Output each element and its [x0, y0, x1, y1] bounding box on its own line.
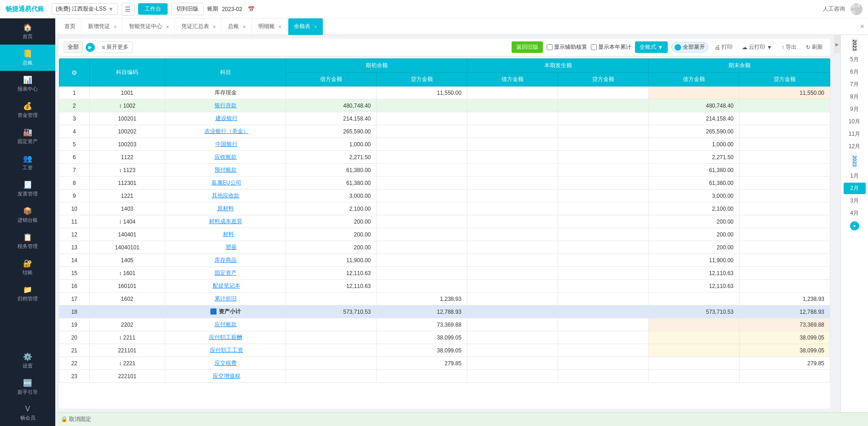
switch-old-button[interactable]: 切到旧版 [171, 3, 204, 15]
sidebar-item-payroll[interactable]: 👥 工资 [0, 150, 55, 176]
right-sidebar-toggle[interactable]: ▶ [834, 35, 840, 53]
cell-name[interactable]: 应付职工工资 [165, 344, 286, 357]
account-name-link[interactable]: 农业银行（美金） [204, 128, 249, 134]
cell-name[interactable]: 农业银行（美金） [165, 125, 286, 138]
company-selector[interactable]: (免费) 江西股金-LSS ▼ [52, 3, 118, 15]
sidebar-item-guide[interactable]: 🆕 新手引导 [0, 374, 55, 400]
show-ytd-checkbox[interactable]: 显示本年累计 [591, 43, 631, 51]
tab-voucher-summary-close[interactable]: × [213, 24, 216, 29]
cell-name[interactable]: 应交增值税 [165, 370, 286, 383]
print-button[interactable]: 🖨 打印 [712, 42, 735, 52]
cell-name[interactable]: 应付账款 [165, 318, 286, 331]
cell-name[interactable]: 库存现金 [165, 86, 286, 99]
account-name-link[interactable]: 应交税费 [215, 360, 237, 366]
month-12[interactable]: 12月 [844, 141, 866, 152]
company-settings-icon[interactable]: ☰ [122, 3, 134, 16]
expand-all-toggle[interactable]: 全部展开 [671, 42, 708, 52]
period-calendar-icon[interactable]: 📅 [248, 6, 255, 12]
bottom-bar[interactable]: 🔒 取消固定 [55, 412, 868, 426]
tab-new-voucher-close[interactable]: × [114, 24, 117, 29]
account-name-link[interactable]: 塑基 [226, 244, 237, 250]
tab-detail-ledger[interactable]: 明细账 × [253, 18, 287, 35]
sidebar-item-report[interactable]: 📊 报表中心 [0, 71, 55, 97]
cloud-print-button[interactable]: ☁ 云打印 ▼ [739, 42, 775, 52]
year-label-2023-curr[interactable]: 2023 [851, 154, 858, 168]
calendar-dot-indicator[interactable]: ● [850, 221, 859, 230]
cell-name[interactable]: 累计折旧 [165, 293, 286, 305]
cell-name[interactable]: 塑基 [165, 241, 286, 254]
account-name-link[interactable]: 材料成本差异 [209, 218, 242, 225]
auxiliary-check[interactable] [547, 44, 553, 50]
cell-name[interactable]: 预付账款 [165, 164, 286, 177]
cell-name[interactable]: 材料成本差异 [165, 215, 286, 228]
sidebar-item-settings[interactable]: ⚙️ 设置 [0, 348, 55, 374]
ytd-check[interactable] [591, 44, 597, 50]
table-settings-icon[interactable]: ⚙ [71, 69, 77, 76]
account-name-link[interactable]: 应收账款 [215, 154, 237, 160]
year-label-2023-prev[interactable]: 2023 [851, 38, 858, 52]
account-name-link[interactable]: 中国银行 [216, 141, 238, 147]
account-name-link[interactable]: 嘉属EU公司 [211, 179, 241, 186]
expand-more-button[interactable]: ≡ 展开更多 [98, 41, 133, 53]
sidebar-item-home[interactable]: 🏠 首页 [0, 18, 55, 45]
account-name-link[interactable]: 配提笔记本 [213, 282, 240, 289]
cell-name[interactable]: 应付职工薪酬 [165, 331, 286, 344]
tab-general-ledger-close[interactable]: × [243, 24, 245, 29]
account-name-link[interactable]: 累计折旧 [215, 295, 237, 302]
tab-balance-table[interactable]: 余额表 × [288, 18, 323, 35]
cell-name[interactable]: 应收账款 [165, 151, 286, 164]
sidebar-item-fixed-asset[interactable]: 🏭 固定资产 [0, 123, 55, 150]
cell-name[interactable]: 中国银行 [165, 138, 286, 151]
account-name-link[interactable]: 应交增值税 [213, 373, 240, 379]
cell-name[interactable]: 建设银行 [165, 112, 286, 125]
cell-name[interactable]: 材料 [165, 228, 286, 241]
sidebar-item-purchase[interactable]: 📦 进销台账 [0, 202, 55, 228]
month-1[interactable]: 1月 [844, 170, 866, 182]
account-name-link[interactable]: 材料 [223, 231, 234, 237]
filter-arrow-button[interactable]: ▶ [86, 43, 95, 52]
account-name-link[interactable]: 固定资产 [215, 270, 237, 276]
consult-label[interactable]: 人工咨询 [823, 5, 845, 13]
close-all-tabs-icon[interactable]: × [860, 23, 864, 31]
cell-name[interactable]: 固定资产 [165, 267, 286, 280]
workbench-button[interactable]: 工作台 [138, 3, 168, 15]
account-name-link[interactable]: 建设银行 [216, 115, 238, 121]
cell-name[interactable]: 应交税费 [165, 357, 286, 370]
account-name-link[interactable]: 其他应收款 [212, 192, 239, 199]
tab-voucher-summary[interactable]: 凭证汇总表 × [176, 18, 221, 35]
filter-all-button[interactable]: 全部 [64, 41, 83, 53]
sidebar-item-archive[interactable]: 📁 归档管理 [0, 281, 55, 307]
cell-name[interactable]: 银行存款 [165, 99, 286, 112]
month-2-active[interactable]: 2月 [844, 183, 866, 194]
month-7[interactable]: 7月 [844, 79, 866, 90]
full-style-button[interactable]: 全账式 ▼ [635, 41, 668, 53]
tab-new-voucher[interactable]: 新增凭证 × [82, 18, 122, 35]
month-5[interactable]: 5月 [844, 54, 866, 65]
cell-name[interactable]: 🟦 资产小计 [165, 305, 286, 318]
month-9[interactable]: 9月 [844, 104, 866, 115]
sidebar-item-closing[interactable]: 🔐 结账 [0, 254, 55, 281]
tab-smart-voucher[interactable]: 智能凭证中心 × [123, 18, 175, 35]
account-name-link[interactable]: 应付职工薪酬 [209, 334, 242, 340]
month-10[interactable]: 10月 [844, 116, 866, 127]
sidebar-item-invoice[interactable]: 🧾 发票管理 [0, 176, 55, 202]
tab-smart-voucher-close[interactable]: × [166, 24, 169, 29]
cell-name[interactable]: 配提笔记本 [165, 280, 286, 293]
month-11[interactable]: 11月 [844, 128, 866, 140]
month-6[interactable]: 6月 [844, 66, 866, 78]
sidebar-item-general[interactable]: 📒 总账 [0, 45, 55, 71]
tab-general-ledger[interactable]: 总账 × [222, 18, 251, 35]
sidebar-item-member[interactable]: V 畅会员 [0, 400, 55, 426]
account-name-link[interactable]: 原材料 [217, 205, 234, 212]
sidebar-item-capital[interactable]: 💰 资金管理 [0, 97, 55, 123]
account-name-link[interactable]: 库存商品 [215, 257, 237, 263]
cell-name[interactable]: 嘉属EU公司 [165, 177, 286, 190]
cell-name[interactable]: 其他应收款 [165, 190, 286, 202]
month-3[interactable]: 3月 [844, 195, 866, 207]
account-name-link[interactable]: 应付职工工资 [210, 347, 243, 353]
cell-name[interactable]: 库存商品 [165, 254, 286, 267]
tab-home[interactable]: 首页 [59, 18, 82, 35]
refresh-button[interactable]: ↻ 刷新 [803, 42, 826, 52]
sidebar-item-tax[interactable]: 📋 税务管理 [0, 228, 55, 254]
user-avatar[interactable]: 徐泽华 [851, 3, 862, 15]
